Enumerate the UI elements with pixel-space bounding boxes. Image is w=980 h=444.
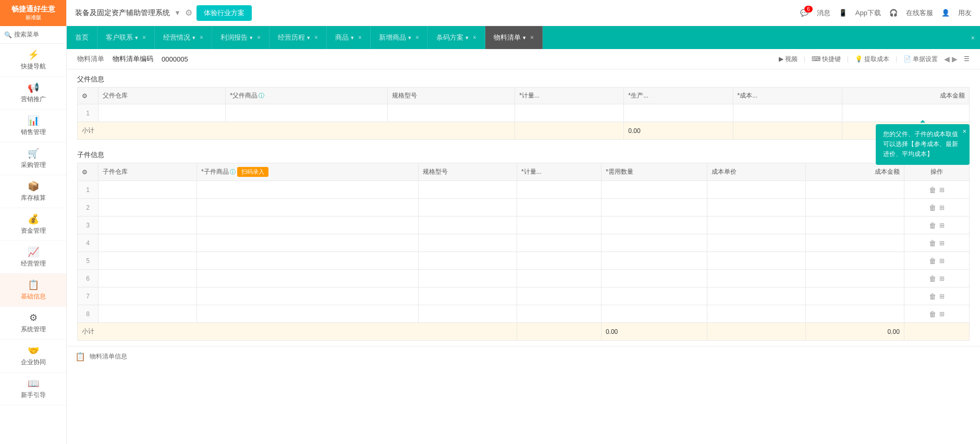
child-cell-qty[interactable] — [601, 199, 707, 217]
child-cell-product[interactable] — [197, 181, 419, 199]
settings-icon[interactable]: ⚙ — [185, 8, 192, 18]
parent-cell-unit[interactable] — [515, 104, 624, 122]
child-cell-warehouse[interactable] — [99, 234, 197, 252]
message-bell[interactable]: 💬 6 — [800, 9, 808, 17]
delete-row-btn[interactable]: 🗑 — [929, 221, 936, 230]
copy-row-btn[interactable]: ⊞ — [939, 222, 945, 229]
child-cell-uprice[interactable] — [707, 305, 805, 323]
tab-new-product[interactable]: 新增商品 ▾ × — [371, 26, 428, 49]
sidebar-item-sales[interactable]: 📊 销售管理 — [0, 110, 66, 142]
child-cell-product[interactable] — [197, 305, 419, 323]
parent-cell-spec[interactable] — [387, 104, 514, 122]
shortcut-btn[interactable]: ⌨ 快捷键 — [812, 55, 841, 64]
child-cell-cost-amt[interactable] — [805, 252, 904, 270]
child-cell-product[interactable] — [197, 199, 419, 217]
single-setting-btn[interactable]: 📄 单据设置 — [903, 55, 938, 64]
child-cell-product[interactable] — [197, 252, 419, 270]
child-cell-spec[interactable] — [418, 199, 517, 217]
child-cell-unit[interactable] — [517, 305, 601, 323]
parent-cell-product[interactable] — [226, 104, 388, 122]
grid-view-btn[interactable]: ☰ — [964, 55, 970, 63]
child-cell-unit[interactable] — [517, 199, 601, 217]
child-cell-qty[interactable] — [601, 234, 707, 252]
child-cell-spec[interactable] — [418, 270, 517, 287]
parent-cell-cost[interactable] — [733, 104, 842, 122]
child-cell-uprice[interactable] — [707, 199, 805, 217]
delete-row-btn[interactable]: 🗑 — [929, 274, 936, 283]
parent-col-settings[interactable]: ⚙ — [78, 88, 99, 104]
sidebar-item-marketing[interactable]: 📢 营销推广 — [0, 77, 66, 110]
child-cell-cost-amt[interactable] — [805, 181, 904, 199]
sidebar-item-system[interactable]: ⚙ 系统管理 — [0, 307, 66, 340]
sidebar-item-operations[interactable]: 📈 经营管理 — [0, 241, 66, 274]
child-cell-qty[interactable] — [601, 252, 707, 270]
child-cell-uprice[interactable] — [707, 217, 805, 234]
child-cell-warehouse[interactable] — [99, 287, 197, 305]
child-cell-uprice[interactable] — [707, 252, 805, 270]
child-cell-warehouse[interactable] — [99, 217, 197, 234]
parent-cell-warehouse[interactable] — [99, 104, 226, 122]
child-cell-warehouse[interactable] — [99, 305, 197, 323]
child-cell-product[interactable] — [197, 217, 419, 234]
tab-history[interactable]: 经营历程 ▾ × — [270, 26, 327, 49]
delete-row-btn[interactable]: 🗑 — [929, 239, 936, 247]
child-col-settings[interactable]: ⚙ — [78, 163, 99, 181]
copy-row-btn[interactable]: ⊞ — [939, 275, 945, 282]
child-cell-qty[interactable] — [601, 270, 707, 287]
delete-row-btn[interactable]: 🗑 — [929, 292, 936, 301]
username-label[interactable]: 用友 — [958, 8, 972, 18]
copy-row-btn[interactable]: ⊞ — [939, 186, 945, 194]
close-tab-icon[interactable]: × — [415, 34, 419, 41]
child-cell-uprice[interactable] — [707, 181, 805, 199]
copy-row-btn[interactable]: ⊞ — [939, 293, 945, 300]
parent-cell-produce[interactable] — [624, 104, 733, 122]
view-video-btn[interactable]: ▶ 视频 — [779, 55, 798, 64]
child-cell-cost-amt[interactable] — [805, 305, 904, 323]
child-cell-uprice[interactable] — [707, 287, 805, 305]
close-tab-icon[interactable]: × — [473, 34, 476, 41]
tab-profit[interactable]: 利润报告 ▾ × — [212, 26, 270, 49]
tab-operations[interactable]: 经营情况 ▾ × — [155, 26, 212, 49]
child-cell-spec[interactable] — [418, 287, 517, 305]
next-record-btn[interactable]: ▶ — [952, 55, 958, 63]
app-download-link[interactable]: App下载 — [855, 8, 881, 18]
copy-row-btn[interactable]: ⊞ — [939, 257, 945, 265]
child-cell-warehouse[interactable] — [99, 270, 197, 287]
parent-cell-cost-amt[interactable] — [842, 104, 969, 122]
child-cell-qty[interactable] — [601, 287, 707, 305]
child-cell-uprice[interactable] — [707, 234, 805, 252]
child-cell-cost-amt[interactable] — [805, 199, 904, 217]
sidebar-item-search[interactable]: 🔍 搜索菜单 — [0, 26, 66, 44]
close-tab-icon[interactable]: × — [142, 34, 146, 41]
child-cell-spec[interactable] — [418, 217, 517, 234]
sidebar-item-purchase[interactable]: 🛒 采购管理 — [0, 142, 66, 175]
tooltip-close-btn[interactable]: × — [962, 126, 966, 137]
child-cell-qty[interactable] — [601, 305, 707, 323]
child-cell-spec[interactable] — [418, 252, 517, 270]
child-cell-unit[interactable] — [517, 270, 601, 287]
close-tab-icon[interactable]: × — [257, 34, 261, 41]
copy-row-btn[interactable]: ⊞ — [939, 310, 945, 318]
child-cell-spec[interactable] — [418, 234, 517, 252]
child-cell-product[interactable] — [197, 270, 419, 287]
online-service-link[interactable]: 在线客服 — [906, 8, 933, 18]
tab-product[interactable]: 商品 ▾ × — [327, 26, 371, 49]
sidebar-item-quick-nav[interactable]: ⚡ 快捷导航 — [0, 44, 66, 77]
close-tab-icon[interactable]: × — [200, 34, 203, 41]
child-cell-unit[interactable] — [517, 234, 601, 252]
child-cell-warehouse[interactable] — [99, 181, 197, 199]
child-cell-spec[interactable] — [418, 181, 517, 199]
child-cell-cost-amt[interactable] — [805, 217, 904, 234]
sidebar-item-enterprise[interactable]: 🤝 企业协同 — [0, 340, 66, 373]
chevron-down-icon[interactable]: ▼ — [174, 9, 181, 17]
child-cell-warehouse[interactable] — [99, 199, 197, 217]
extract-cost-btn[interactable]: 💡 提取成本 — [855, 55, 889, 64]
tab-home[interactable]: 首页 — [67, 26, 97, 49]
child-cell-unit[interactable] — [517, 217, 601, 234]
child-cell-uprice[interactable] — [707, 270, 805, 287]
delete-row-btn[interactable]: 🗑 — [929, 310, 936, 318]
prev-record-btn[interactable]: ◀ — [944, 55, 950, 63]
sidebar-item-basic-info[interactable]: 📋 基础信息 — [0, 274, 66, 307]
child-cell-cost-amt[interactable] — [805, 234, 904, 252]
sidebar-item-inventory[interactable]: 📦 库存核算 — [0, 175, 66, 208]
